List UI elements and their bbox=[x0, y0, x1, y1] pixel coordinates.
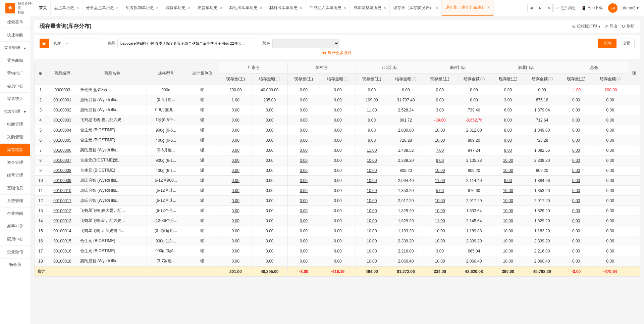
cell-yb-qty[interactable]: 10.00 bbox=[492, 206, 524, 216]
tab-product-inbound-history[interactable]: 产成品入库单历史 ✕ bbox=[306, 0, 350, 16]
cell-land-qty[interactable]: 0.00 bbox=[287, 216, 320, 226]
tab-stock-distribution[interactable]: 现存量（库存分布表） ✕ bbox=[442, 0, 494, 16]
close-icon[interactable]: ✕ bbox=[383, 6, 386, 10]
th-settings[interactable]: ⚙ bbox=[35, 62, 47, 85]
cell-factory-qty[interactable]: 0.00 bbox=[219, 246, 252, 256]
cell-total-qty[interactable]: 0.00 bbox=[560, 236, 592, 246]
cell-yb-qty[interactable]: 0.00 bbox=[492, 85, 524, 95]
cell-total-qty[interactable]: 0.00 bbox=[560, 256, 592, 267]
cell-yb-qty[interactable]: 10.00 bbox=[492, 246, 524, 256]
nav-close-button[interactable]: ✕ bbox=[545, 4, 553, 12]
cell-factory-qty[interactable]: 0.00 bbox=[219, 216, 252, 226]
cell-jb-qty[interactable]: 0.00 bbox=[356, 85, 388, 95]
sidebar-item-inventory[interactable]: 库存核算 bbox=[0, 144, 30, 156]
cell-factory-qty[interactable]: 0.00 bbox=[219, 186, 252, 196]
message-button[interactable]: 💬 消息 bbox=[561, 5, 576, 11]
cell-jb-qty[interactable]: 10.00 bbox=[356, 226, 388, 236]
sidebar-item-retail-stats[interactable]: 零售统计 bbox=[0, 93, 30, 105]
close-icon[interactable]: ✕ bbox=[300, 6, 302, 10]
color-select[interactable] bbox=[272, 39, 339, 48]
cell-jb-qty[interactable]: 10.00 bbox=[356, 246, 388, 256]
refresh-button[interactable]: ↻ 刷新 bbox=[622, 24, 635, 29]
info-icon[interactable]: i bbox=[480, 77, 485, 81]
close-icon[interactable]: ✕ bbox=[435, 6, 438, 10]
info-icon[interactable]: i bbox=[412, 77, 416, 81]
cell-total-qty[interactable]: 0.00 bbox=[560, 196, 592, 206]
app-download-button[interactable]: 📱 App下载 bbox=[581, 5, 603, 11]
cell-yb-qty[interactable]: 10.00 bbox=[492, 236, 524, 246]
cell-nb-qty[interactable]: 10.00 bbox=[424, 196, 456, 206]
cell-nb-qty[interactable]: 10.00 bbox=[424, 256, 456, 267]
cell-yb-qty[interactable]: 10.00 bbox=[492, 155, 524, 166]
cell-jb-qty[interactable]: 10.00 bbox=[356, 256, 388, 267]
close-icon[interactable]: ✕ bbox=[76, 6, 79, 10]
cell-yb-qty[interactable]: 8.00 bbox=[492, 145, 524, 155]
cell-nb-qty[interactable]: -39.00 bbox=[424, 115, 456, 125]
sidebar-item-system[interactable]: 系统管理 bbox=[0, 195, 30, 207]
cell-total-qty[interactable]: 0.00 bbox=[560, 226, 592, 236]
cell-factory-qty[interactable]: 0.00 bbox=[219, 166, 252, 176]
sidebar-item-member[interactable]: 畅会员 bbox=[0, 259, 30, 271]
cell-land-qty[interactable]: 0.00 bbox=[287, 256, 320, 267]
cell-factory-qty[interactable]: 0.00 bbox=[219, 206, 252, 216]
cell-land-qty[interactable]: 0.00 bbox=[287, 226, 320, 236]
sidebar-item-ecommerce[interactable]: 电商管理 bbox=[0, 118, 30, 131]
cell-land-qty[interactable]: 0.00 bbox=[287, 105, 320, 115]
tab-inventory-history[interactable]: 盘点单历史 ✕ bbox=[51, 0, 83, 16]
cell-total-qty[interactable]: 0.00 bbox=[560, 246, 592, 256]
cell-nb-qty[interactable]: 0.00 bbox=[424, 85, 456, 95]
cell-yb-qty[interactable]: 8.00 bbox=[492, 125, 524, 135]
tab-cost-adjust-history[interactable]: 成本调整单历史 ✕ bbox=[350, 0, 390, 16]
cell-total-qty[interactable]: 0.00 bbox=[560, 186, 592, 196]
goods-input[interactable] bbox=[117, 39, 258, 48]
sidebar-item-marketing[interactable]: 营销推广 bbox=[0, 67, 30, 80]
close-icon[interactable]: ✕ bbox=[260, 6, 262, 10]
nav-prev-button[interactable]: ◀ bbox=[527, 4, 535, 12]
cell-jb-qty[interactable]: 109.00 bbox=[356, 95, 388, 105]
cell-land-qty[interactable]: 0.00 bbox=[287, 186, 320, 196]
tab-stock-status[interactable]: 现存量（库存状况表） ✕ bbox=[390, 0, 442, 16]
cell-factory-qty[interactable]: 0.00 bbox=[219, 125, 252, 135]
cell-nb-qty[interactable]: 10.00 bbox=[424, 226, 456, 236]
info-icon[interactable]: i bbox=[344, 77, 348, 81]
cell-nb-qty[interactable]: 10.00 bbox=[424, 135, 456, 145]
cell-land-qty[interactable]: 0.00 bbox=[287, 206, 320, 216]
cell-jb-qty[interactable]: 11.00 bbox=[356, 105, 388, 115]
cell-total-qty[interactable]: 0.00 bbox=[560, 155, 592, 166]
cell-nb-qty[interactable]: 10.00 bbox=[424, 166, 456, 176]
close-icon[interactable]: ✕ bbox=[343, 6, 346, 10]
cell-total-qty[interactable]: -1.00 bbox=[560, 85, 592, 95]
cell-factory-qty[interactable]: 1.00 bbox=[219, 95, 252, 105]
cell-total-qty[interactable]: 0.00 bbox=[560, 176, 592, 186]
cell-factory-qty[interactable]: 0.00 bbox=[219, 105, 252, 115]
nav-next-button[interactable]: ▶ bbox=[536, 4, 544, 12]
cell-land-qty[interactable]: 0.00 bbox=[287, 196, 320, 206]
cell-total-qty[interactable]: 0.00 bbox=[560, 145, 592, 155]
cell-yb-qty[interactable]: 10.00 bbox=[492, 226, 524, 236]
tab-requisition-history[interactable]: 要货单历史 ✕ bbox=[194, 0, 226, 16]
cell-land-qty[interactable]: 0.00 bbox=[287, 155, 320, 166]
print-button[interactable]: 🖨 按模版打印 ▾ bbox=[571, 24, 600, 29]
sidebar-item-member-center[interactable]: 会员中心 bbox=[0, 80, 30, 93]
settings-button[interactable]: 设置 bbox=[618, 39, 635, 48]
search-expand-button[interactable]: ▶ bbox=[40, 39, 49, 48]
tab-assembly-history[interactable]: 组装拆卸单历史 ✕ bbox=[122, 0, 162, 16]
sidebar-item-search[interactable]: 搜索英单 bbox=[0, 16, 30, 29]
cell-land-qty[interactable]: 0.00 bbox=[287, 176, 320, 186]
cell-total-qty[interactable]: 0.00 bbox=[560, 105, 592, 115]
tab-home[interactable]: 首页 bbox=[36, 0, 51, 16]
sidebar-item-basic-info[interactable]: 基础信息 bbox=[0, 182, 30, 195]
sidebar-item-wecom[interactable]: 企业微信 bbox=[0, 246, 30, 259]
cell-jb-qty[interactable]: 10.00 bbox=[356, 206, 388, 216]
sidebar-item-quicknav[interactable]: 快捷导航 bbox=[0, 29, 30, 42]
sidebar-item-retail-mgmt[interactable]: 零售管理 ▴ bbox=[0, 42, 30, 54]
tab-material-outbound-history[interactable]: 材料出库单历史 ✕ bbox=[266, 0, 306, 16]
cell-total-qty[interactable]: 0.00 bbox=[560, 95, 592, 105]
sidebar-item-app-center[interactable]: 应用中心 bbox=[0, 233, 30, 246]
sidebar-item-finance[interactable]: 资金管理 bbox=[0, 156, 30, 169]
cell-factory-qty[interactable]: 0.00 bbox=[219, 155, 252, 166]
cell-yb-qty[interactable]: 9.00 bbox=[492, 135, 524, 145]
cell-factory-qty[interactable]: 0.00 bbox=[219, 196, 252, 206]
cell-jb-qty[interactable]: 10.00 bbox=[356, 186, 388, 196]
expand-more-button[interactable]: ▾▾ 展开更多条件 bbox=[40, 50, 635, 56]
